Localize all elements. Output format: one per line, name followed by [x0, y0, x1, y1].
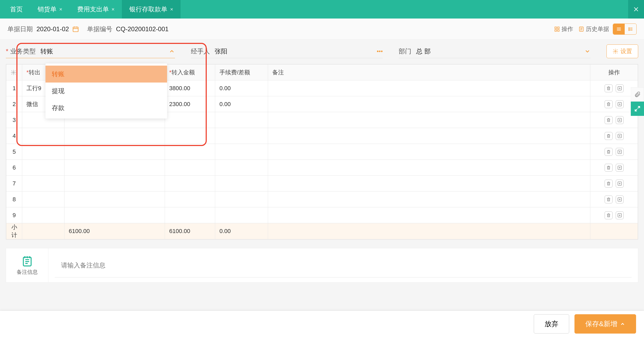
cell-remark[interactable]: [268, 160, 590, 176]
view-list-button[interactable]: [613, 24, 625, 34]
date-value[interactable]: 2020-01-02: [36, 25, 69, 33]
cell-out-acct[interactable]: [22, 176, 65, 192]
table-row[interactable]: 8: [6, 192, 638, 207]
row-index: 3: [6, 112, 22, 128]
delete-row-button[interactable]: [605, 148, 613, 156]
remark-input[interactable]: [55, 253, 632, 277]
close-icon[interactable]: ×: [112, 6, 115, 12]
cell-out-amount[interactable]: [65, 144, 165, 160]
handler-field[interactable]: 经手人 张阳 •••: [191, 44, 383, 58]
cell-in-amount[interactable]: [165, 207, 215, 223]
cell-in-amount[interactable]: [165, 128, 215, 144]
cell-remark[interactable]: [268, 128, 590, 144]
delete-row-button[interactable]: [605, 195, 613, 203]
dropdown-item-withdraw[interactable]: 提现: [45, 83, 167, 99]
save-and-new-button[interactable]: 保存&新增: [574, 314, 636, 334]
delete-row-button[interactable]: [605, 211, 613, 219]
tab-home[interactable]: 首页: [3, 0, 30, 19]
add-row-button[interactable]: [616, 116, 624, 124]
view-card-button[interactable]: [625, 24, 636, 34]
column-config-button[interactable]: [6, 65, 22, 80]
close-all-button[interactable]: [628, 0, 644, 19]
cell-fee[interactable]: [215, 192, 268, 207]
delete-row-button[interactable]: [605, 100, 613, 108]
add-row-button[interactable]: [616, 195, 624, 203]
cell-fee[interactable]: [215, 160, 268, 176]
close-icon: [633, 6, 639, 12]
cell-in-amount[interactable]: [165, 144, 215, 160]
expand-button[interactable]: [631, 102, 644, 116]
dept-value: 总 部: [416, 47, 584, 56]
cell-remark[interactable]: [268, 176, 590, 192]
cell-out-amount[interactable]: [65, 160, 165, 176]
delete-row-button[interactable]: [605, 84, 613, 92]
cell-out-amount[interactable]: [65, 176, 165, 192]
business-type-field[interactable]: * 业务类型 转账 转账 提现 存款: [6, 44, 175, 58]
cell-out-acct[interactable]: [22, 207, 65, 223]
add-row-button[interactable]: [616, 211, 624, 219]
cell-fee[interactable]: [215, 207, 268, 223]
tab-sales[interactable]: 销货单×: [30, 0, 70, 19]
chevron-down-icon[interactable]: [584, 48, 591, 54]
cell-fee[interactable]: [215, 112, 268, 128]
table-row[interactable]: 5: [6, 144, 638, 160]
tab-expense[interactable]: 费用支出单×: [70, 0, 122, 19]
cell-remark[interactable]: [268, 144, 590, 160]
delete-row-button[interactable]: [605, 180, 613, 188]
add-row-button[interactable]: [616, 148, 624, 156]
table-row[interactable]: 4: [6, 128, 638, 144]
delete-row-button[interactable]: [605, 132, 613, 140]
cell-fee[interactable]: 0.00: [215, 80, 268, 96]
cell-remark[interactable]: [268, 192, 590, 207]
history-button[interactable]: 历史单据: [578, 25, 609, 33]
add-row-button[interactable]: [616, 84, 624, 92]
table-row[interactable]: 7: [6, 176, 638, 192]
dropdown-item-deposit[interactable]: 存款: [45, 99, 167, 116]
cancel-button[interactable]: 放弃: [534, 314, 569, 334]
cell-fee[interactable]: [215, 176, 268, 192]
cell-fee[interactable]: [215, 144, 268, 160]
table-row[interactable]: 6: [6, 160, 638, 176]
cell-out-acct[interactable]: [22, 128, 65, 144]
cell-in-amount[interactable]: 2300.00: [165, 96, 215, 112]
table-row[interactable]: 9: [6, 207, 638, 223]
cell-out-acct[interactable]: [22, 192, 65, 207]
chevron-up-icon[interactable]: [169, 48, 175, 54]
add-row-button[interactable]: [616, 132, 624, 140]
biztype-value: 转账: [40, 47, 169, 56]
close-icon[interactable]: ×: [170, 6, 173, 12]
tab-bank[interactable]: 银行存取款单×: [122, 0, 181, 19]
more-icon[interactable]: •••: [377, 48, 383, 55]
subtotal-in-amount: 6100.00: [165, 223, 215, 239]
calendar-icon[interactable]: [72, 26, 79, 33]
dept-field[interactable]: 部门 总 部: [399, 44, 591, 58]
add-row-button[interactable]: [616, 180, 624, 188]
operations-button[interactable]: 操作: [554, 25, 573, 33]
attachment-button[interactable]: [631, 87, 644, 102]
cell-fee[interactable]: [215, 128, 268, 144]
cell-in-amount[interactable]: [165, 176, 215, 192]
cell-out-acct[interactable]: [22, 144, 65, 160]
cell-remark[interactable]: [268, 96, 590, 112]
docno-label: 单据编号: [87, 25, 112, 33]
cell-in-amount[interactable]: [165, 192, 215, 207]
cell-in-amount[interactable]: 3800.00: [165, 80, 215, 96]
cell-in-amount[interactable]: [165, 112, 215, 128]
cell-fee[interactable]: 0.00: [215, 96, 268, 112]
close-icon[interactable]: ×: [59, 6, 62, 12]
settings-button[interactable]: 设置: [606, 44, 638, 58]
cell-out-amount[interactable]: [65, 192, 165, 207]
cell-out-amount[interactable]: [65, 128, 165, 144]
cell-out-acct[interactable]: [22, 160, 65, 176]
cell-remark[interactable]: [268, 112, 590, 128]
cell-out-amount[interactable]: [65, 207, 165, 223]
delete-row-button[interactable]: [605, 116, 613, 124]
operations-label: 操作: [562, 25, 573, 33]
cell-remark[interactable]: [268, 80, 590, 96]
add-row-button[interactable]: [616, 100, 624, 108]
dropdown-item-transfer[interactable]: 转账: [45, 66, 167, 83]
add-row-button[interactable]: [616, 164, 624, 172]
cell-remark[interactable]: [268, 207, 590, 223]
cell-in-amount[interactable]: [165, 160, 215, 176]
delete-row-button[interactable]: [605, 164, 613, 172]
